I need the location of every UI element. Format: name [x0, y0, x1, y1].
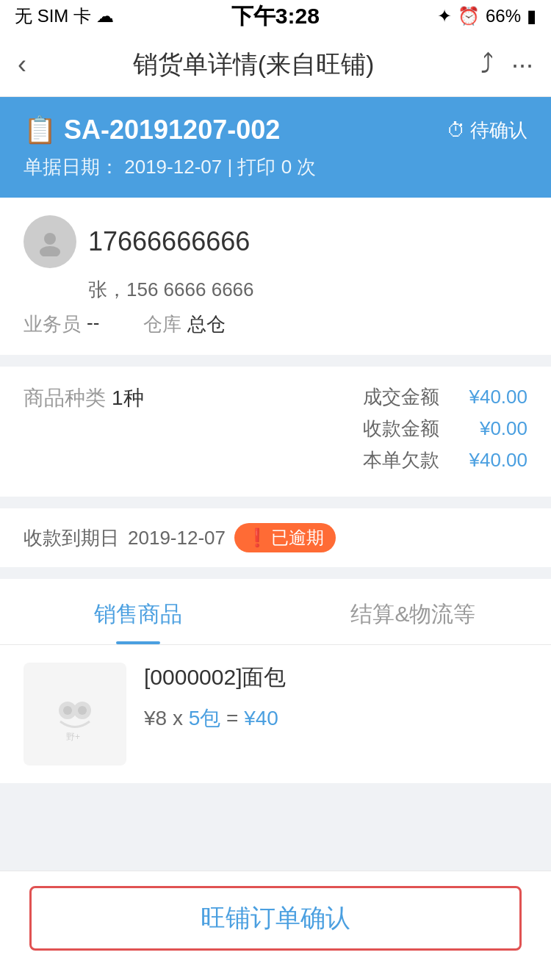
amount-row-2: 本单欠款 ¥40.00 [363, 447, 527, 473]
nav-bar: ‹ 销货单详情(来自旺铺) ⤴ ··· [0, 32, 551, 97]
amounts-group: 成交金额 ¥40.00 收款金额 ¥0.00 本单欠款 ¥40.00 [363, 384, 527, 479]
amount-value-1: ¥0.00 [480, 417, 527, 440]
amount-value-0: ¥40.00 [469, 386, 527, 408]
order-icon: 📋 [24, 115, 57, 145]
svg-text:野+: 野+ [66, 732, 80, 742]
price-equals: = [220, 707, 244, 729]
warehouse-label: 仓库 [143, 311, 181, 337]
status-left: 无 SIM 卡 ☁ [15, 4, 114, 28]
share-icon[interactable]: ⤴ [480, 49, 494, 80]
product-section: 野+ [0000002]面包 ¥8 x 5包 = ¥40 [0, 645, 551, 783]
more-icon[interactable]: ··· [511, 49, 533, 80]
product-type-value: 1种 [112, 384, 144, 412]
amount-label-2: 本单欠款 [363, 447, 439, 473]
product-type-label: 商品种类 [24, 384, 106, 412]
tab-settlement[interactable]: 结算&物流等 [276, 579, 551, 644]
customer-name: 张，156 6666 6666 [24, 277, 527, 303]
overdue-text: 已逾期 [271, 526, 324, 550]
battery-level: 66% [486, 6, 521, 26]
product-price: ¥8 x 5包 = ¥40 [144, 705, 527, 732]
order-status-text: 待确认 [470, 118, 527, 143]
warehouse-meta: 仓库 总仓 [143, 311, 226, 337]
amount-value-2: ¥40.00 [469, 449, 527, 472]
tabs-section: 销售商品 结算&物流等 [0, 579, 551, 645]
due-section: 收款到期日 2019-12-07 ❗ 已逾期 [0, 508, 551, 567]
nav-right: ⤴ ··· [480, 49, 533, 80]
tab-sales-products[interactable]: 销售商品 [0, 579, 276, 644]
customer-meta: 业务员 -- 仓库 总仓 [24, 311, 527, 337]
header-card: 📋 SA-20191207-002 ⏱ 待确认 单据日期： 2019-12-07… [0, 97, 551, 198]
battery-icon: ▮ [527, 6, 536, 26]
customer-row: 17666666666 [24, 215, 527, 268]
summary-section: 商品种类 1种 成交金额 ¥40.00 收款金额 ¥0.00 本单欠款 ¥40.… [0, 367, 551, 497]
status-time: 下午3:28 [231, 1, 320, 32]
sales-label: 业务员 [24, 311, 81, 337]
price-formula: ¥8 x [144, 707, 189, 729]
product-info: [0000002]面包 ¥8 x 5包 = ¥40 [144, 663, 527, 732]
product-name: [0000002]面包 [144, 663, 527, 693]
header-card-top: 📋 SA-20191207-002 ⏱ 待确认 [24, 115, 527, 145]
clock-icon: ⏱ [447, 119, 466, 142]
sales-value: -- [87, 311, 99, 337]
bottom-bar: 旺铺订单确认 [0, 871, 551, 980]
product-type: 商品种类 1种 [24, 384, 144, 412]
product-thumbnail: 野+ [24, 663, 126, 765]
alarm-icon: ⏰ [458, 6, 480, 26]
price-total: ¥40 [244, 707, 278, 729]
status-right: ✦ ⏰ 66% ▮ [437, 6, 536, 26]
sales-meta: 业务员 -- [24, 311, 99, 337]
order-date: 单据日期： 2019-12-07 | 打印 0 次 [24, 154, 527, 180]
page-title: 销货单详情(来自旺铺) [133, 48, 375, 82]
amount-label-1: 收款金额 [363, 416, 439, 442]
nav-left: ‹ [18, 49, 26, 80]
amount-row-1: 收款金额 ¥0.00 [363, 416, 527, 442]
warehouse-value: 总仓 [187, 311, 226, 337]
tabs-row: 销售商品 结算&物流等 [0, 579, 551, 645]
order-id: 📋 SA-20191207-002 [24, 115, 280, 145]
customer-phone: 17666666666 [88, 226, 250, 257]
product-row: 野+ [0000002]面包 ¥8 x 5包 = ¥40 [24, 663, 527, 765]
confirm-order-button[interactable]: 旺铺订单确认 [29, 886, 522, 951]
price-qty: 5包 [189, 707, 221, 729]
svg-point-1 [40, 246, 60, 256]
sim-status: 无 SIM 卡 ☁ [15, 4, 114, 28]
svg-point-0 [44, 233, 56, 245]
overdue-badge: ❗ 已逾期 [234, 523, 336, 552]
due-label: 收款到期日 [24, 525, 119, 551]
amount-label-0: 成交金额 [363, 384, 439, 410]
amount-row-0: 成交金额 ¥40.00 [363, 384, 527, 410]
svg-point-5 [78, 706, 87, 715]
status-bar: 无 SIM 卡 ☁ 下午3:28 ✦ ⏰ 66% ▮ [0, 0, 551, 32]
customer-section: 17666666666 张，156 6666 6666 业务员 -- 仓库 总仓 [0, 198, 551, 355]
avatar [24, 215, 76, 268]
overdue-icon: ❗ [246, 527, 268, 548]
order-status-badge: ⏱ 待确认 [447, 118, 527, 143]
back-button[interactable]: ‹ [18, 49, 26, 80]
due-date: 2019-12-07 [128, 527, 226, 550]
svg-point-4 [63, 706, 72, 715]
location-icon: ✦ [437, 6, 452, 26]
